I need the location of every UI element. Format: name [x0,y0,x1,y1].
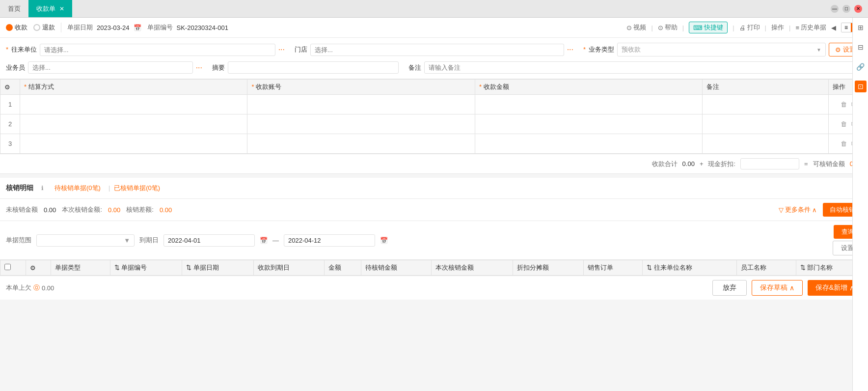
th-settings[interactable]: ⚙ [0,80,20,95]
row-2-amount[interactable] [475,114,702,134]
nav-left-icon[interactable]: ◀ [831,24,836,31]
action-print[interactable]: 🖨 打印 [739,23,760,32]
current-value: 0.00 [108,206,120,214]
right-panel-link-btn[interactable]: 🔗 [855,61,867,73]
minimize-button[interactable]: — [831,5,839,13]
row-3-amount[interactable] [475,134,702,154]
select-all-checkbox[interactable] [4,264,11,270]
action-history-label: 历史单据 [801,23,826,32]
date-filter-row: 单据范围 ▼ 到期日 📅 — 📅 查询 设置 [0,221,868,260]
sort-icon-2: ⇅ [186,264,191,271]
date-label: 单据日期 [67,23,93,32]
settings-gear-icon: ⚙ [4,84,10,91]
action-video[interactable]: ⊙ 视频 [626,23,646,32]
action-shortcut[interactable]: ⌨ 快捷键 [689,22,728,33]
store-label: 门店 [295,45,307,54]
writeoff-info-icon[interactable]: ℹ [41,185,44,192]
toolbar-divider-1 [61,23,61,32]
due-date-end-input[interactable] [284,234,375,247]
right-panel-scan-btn[interactable]: ⊡ [855,81,867,92]
row-num-1: 1 [0,95,20,114]
remark-input[interactable] [424,61,862,74]
row-3-account[interactable] [247,134,475,154]
row-2-delete-icon[interactable]: 🗑 [841,120,847,128]
salesperson-more-btn[interactable]: ··· [196,63,202,72]
right-panel-image-btn[interactable]: ⊟ [855,41,867,53]
row-1-remark[interactable] [703,95,829,114]
required-star-1: * [6,46,8,53]
row-3-payment[interactable] [20,134,247,154]
draft-arrow-icon: ∧ [789,284,794,292]
row-2-payment[interactable] [20,114,247,134]
unwriteoff-label: 未核销金额 [6,205,38,214]
action-operation[interactable]: 操作 [771,23,784,32]
date-calendar-start-icon[interactable]: 📅 [260,237,268,244]
close-button[interactable]: ✕ [854,5,862,13]
row-1-delete-icon[interactable]: 🗑 [841,101,847,108]
row-1-payment[interactable] [20,95,247,114]
th-pending-writeoff: 待核销金额 [361,260,431,276]
right-panel-table-btn[interactable]: ⊞ [855,22,867,33]
detail-table-wrap: ⚙ 单据类型 ⇅ 单据编号 ⇅ 单据日期 收款到期日 金额 待核销金额 [0,260,868,276]
doc-date-group: 单据日期 2023-03-24 📅 [67,23,141,32]
th-checkbox[interactable] [0,260,26,276]
store-input[interactable] [310,44,564,56]
operation-label: 操作 [771,23,784,32]
table-row: 2 🗑 ⧉ [0,114,868,134]
abandon-button[interactable]: 放弃 [712,280,747,296]
footer-info-icon[interactable]: ⓪ [33,283,40,292]
store-more-btn[interactable]: ··· [567,45,573,54]
row-1-amount[interactable] [475,95,702,114]
tab-receipt[interactable]: 收款单 ✕ [28,0,72,17]
tab-receipt-close[interactable]: ✕ [59,5,64,12]
date-range-label: 单据范围 [6,236,31,245]
th-settings-2[interactable]: ⚙ [26,260,51,276]
row-3-delete-icon[interactable]: 🗑 [841,140,847,147]
action-print-label: 打印 [747,23,760,32]
counterparty-input[interactable] [40,44,275,56]
toolbar: 收款 退款 单据日期 2023-03-24 📅 单据编号 SK-20230324… [0,18,868,38]
th-doc-type: 单据类型 [51,260,110,276]
summary-input[interactable] [228,61,399,74]
row-2-account[interactable] [247,114,475,134]
radio-refund[interactable]: 退款 [33,23,55,32]
action-history[interactable]: ≡ 历史单据 [795,23,826,32]
save-draft-button[interactable]: 保存草稿 ∧ [752,280,803,296]
th-due-date: 收款到期日 [254,260,324,276]
layout-list-btn[interactable]: ≡ [841,23,851,32]
pending-tab[interactable]: 待核销单据(0笔) [52,183,104,194]
business-type-value: 预收款 [622,45,641,54]
due-date-start-input[interactable] [163,234,255,247]
th-employee-name: 员工名称 [736,260,796,276]
action-help[interactable]: ⊙ 帮助 [658,23,678,32]
tab-home-label: 首页 [8,4,21,13]
filter-icon: ▽ [779,206,784,214]
sort-icon-3: ⇅ [647,264,652,271]
row-1-account[interactable] [247,95,475,114]
date-value[interactable]: 2023-03-24 [97,24,130,31]
row-3-remark[interactable] [703,134,829,154]
row-2-remark[interactable] [703,114,829,134]
detail-settings-icon: ⚙ [30,264,36,272]
th-current-writeoff: 本次核销金额 [432,260,513,276]
number-label: 单据编号 [147,23,173,32]
right-panel: ⊞ ⊟ 🔗 ⊡ [852,18,868,391]
th-discount: 折扣分摊额 [513,260,583,276]
date-range-select[interactable]: ▼ [36,234,135,247]
shortcut-icon: ⌨ [693,24,703,31]
date-calendar-icon[interactable]: 📅 [134,24,141,31]
due-date-label: 到期日 [139,236,159,245]
radio-receipt-indicator [6,24,13,31]
completed-tab[interactable]: 已核销单据(0笔) [106,183,163,194]
maximize-button[interactable]: □ [842,5,850,13]
counterparty-more-btn[interactable]: ··· [278,45,285,54]
radio-receipt[interactable]: 收款 [6,23,27,32]
video-icon: ⊙ [626,24,632,31]
discount-input[interactable] [740,158,799,169]
tab-home[interactable]: 首页 [0,0,28,17]
salesperson-input[interactable] [28,61,193,74]
form-card: 收款 退款 单据日期 2023-03-24 📅 单据编号 SK-20230324… [0,18,868,174]
business-type-select[interactable]: 预收款 ▼ [617,43,826,56]
more-conditions-btn[interactable]: ▽ 更多条件 ∧ [779,205,817,214]
date-calendar-end-icon[interactable]: 📅 [380,237,388,244]
